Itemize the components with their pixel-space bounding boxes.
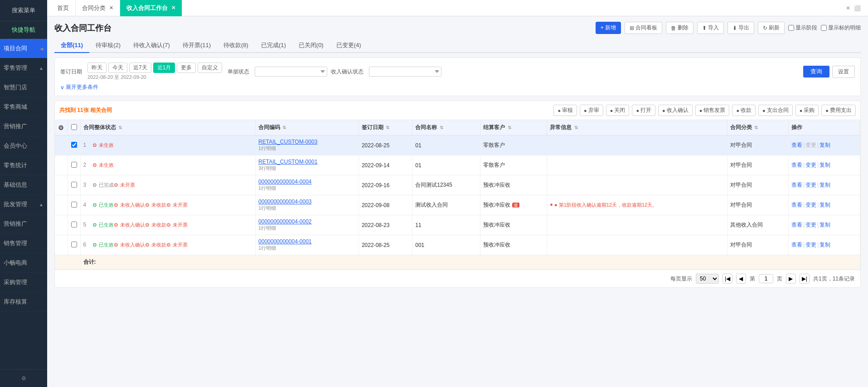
date-shortcut-btn[interactable]: 近1月 — [153, 63, 175, 73]
sidebar-item-retail-mall[interactable]: 零售商城 — [0, 97, 47, 117]
tab-home[interactable]: 首页 — [51, 0, 76, 16]
sidebar-item-sales-mgmt[interactable]: 销售管理 — [0, 234, 47, 253]
delete-btn[interactable]: 🗑 删除 — [666, 22, 693, 34]
sidebar-item-marketing2[interactable]: 营销推广 — [0, 214, 47, 234]
status-tab[interactable]: 已变更(4) — [330, 39, 368, 53]
op-复制[interactable]: 复制 — [820, 182, 830, 188]
op-查看[interactable]: 查看 — [791, 202, 802, 208]
op-查看[interactable]: 查看 — [791, 242, 802, 248]
table-action-btn[interactable]: ● 收入确认 — [658, 105, 693, 116]
date-shortcut-btn[interactable]: 自定义 — [198, 63, 222, 73]
status-tab[interactable]: 已完成(1) — [255, 39, 292, 53]
row-error — [547, 135, 727, 155]
status-tab[interactable]: 全部(11) — [54, 39, 89, 53]
sidebar-item-smart-store[interactable]: 智慧门店 — [0, 78, 47, 97]
table-action-btn[interactable]: ● 收款 — [732, 105, 756, 116]
sidebar-item-project-contract[interactable]: 项目合同 ◀ — [0, 39, 47, 58]
op-变更[interactable]: 变更 — [805, 242, 816, 248]
expand-filter-btn[interactable]: ∨ 展开更多条件 — [60, 83, 98, 91]
table-action-btn[interactable]: ● 关闭 — [606, 105, 630, 116]
status-tab[interactable]: 已关闭(0) — [292, 39, 330, 53]
op-复制[interactable]: 复制 — [820, 242, 830, 248]
refresh-btn[interactable]: ↻ 刷新 — [758, 22, 785, 34]
contract-code-link[interactable]: 0000000000004-0001 — [258, 238, 356, 245]
doc-status-select[interactable] — [255, 67, 327, 77]
sidebar-item-purchase-mgmt[interactable]: 采购管理 — [0, 273, 47, 292]
next-page-btn[interactable]: ▶ — [786, 274, 796, 284]
show-stage-checkbox[interactable]: 显示阶段 — [788, 24, 817, 32]
status-tab[interactable]: 待收款(8) — [217, 39, 255, 53]
date-shortcut-btn[interactable]: 更多 — [177, 63, 196, 73]
contract-code-link[interactable]: 0000000000004-0002 — [258, 218, 356, 225]
first-page-btn[interactable]: |◀ — [723, 274, 732, 284]
restore-window-btn[interactable]: ⬜ — [854, 5, 861, 11]
op-复制[interactable]: 复制 — [820, 142, 830, 148]
op-查看[interactable]: 查看 — [791, 142, 802, 148]
tab-close-contract-category[interactable]: ✕ — [109, 5, 113, 11]
close-all-tabs-btn[interactable]: ✕ — [846, 5, 850, 11]
date-shortcut-btn[interactable]: 昨天 — [87, 63, 107, 73]
tab-contract-category[interactable]: 合同分类 ✕ — [76, 0, 120, 16]
table-action-btn[interactable]: ● 审核 — [553, 105, 577, 116]
sidebar-item-wholesale-mgmt[interactable]: 批发管理 ▲ — [0, 195, 47, 214]
income-confirm-select[interactable] — [369, 67, 441, 77]
contract-code-link[interactable]: 0000000000004-0004 — [258, 179, 356, 185]
tab-income-contract[interactable]: 收入合同工作台 ✕ — [120, 0, 182, 16]
settings-btn[interactable]: 设置 — [832, 66, 855, 78]
sidebar-item-member-center[interactable]: 会员中心 — [0, 136, 47, 156]
sidebar-search[interactable]: 搜索菜单 — [0, 0, 47, 21]
table-action-btn[interactable]: ● 销售发票 — [695, 105, 730, 116]
status-tab[interactable]: 待收入确认(7) — [127, 39, 176, 53]
date-shortcut-btn[interactable]: 今天 — [108, 63, 127, 73]
op-变更[interactable]: 变更 — [805, 202, 816, 208]
sidebar-item-basic-info[interactable]: 基础信息 — [0, 175, 47, 195]
op-查看[interactable]: 查看 — [791, 162, 802, 168]
op-变更[interactable]: 变更 — [805, 162, 816, 168]
op-查看[interactable]: 查看 — [791, 222, 802, 228]
contract-code-link[interactable]: RETAIL_CUSTOM-0003 — [258, 139, 356, 145]
row-checkbox[interactable] — [71, 162, 77, 168]
op-复制[interactable]: 复制 — [820, 222, 830, 228]
import-btn[interactable]: ⬆ 导入 — [697, 22, 724, 34]
contract-board-btn[interactable]: ⊞ 合同看板 — [625, 22, 662, 34]
export-btn[interactable]: ⬇ 导出 — [727, 22, 754, 34]
table-action-btn[interactable]: ● 采购 — [795, 105, 819, 116]
op-复制[interactable]: 复制 — [820, 202, 830, 208]
page-size-select[interactable]: 10 20 50 100 — [696, 274, 719, 284]
row-checkbox[interactable] — [71, 222, 77, 227]
row-checkbox[interactable] — [71, 202, 77, 208]
sidebar-item-inventory[interactable]: 库存核算 — [0, 292, 47, 312]
op-变更[interactable]: 变更 — [805, 222, 816, 228]
tab-close-income-contract[interactable]: ✕ — [171, 5, 175, 11]
last-page-btn[interactable]: ▶| — [800, 274, 810, 284]
sidebar-item-retail-mgmt[interactable]: 零售管理 ▲ — [0, 58, 47, 78]
settings-icon[interactable]: ⚙ — [0, 369, 47, 387]
date-shortcut-btn[interactable]: 近7天 — [129, 63, 151, 73]
col-settings[interactable]: ⚙ — [55, 120, 68, 135]
contract-code-link[interactable]: RETAIL_CUSTOM-0001 — [258, 159, 356, 165]
table-action-btn[interactable]: ● 弃审 — [580, 105, 603, 116]
status-tab[interactable]: 待审核(2) — [89, 39, 127, 53]
row-checkbox[interactable] — [71, 142, 77, 148]
sidebar-item-retail-stats[interactable]: 零售统计 — [0, 156, 47, 175]
page-input[interactable] — [759, 274, 773, 283]
prev-page-btn[interactable]: ◀ — [736, 274, 746, 284]
op-复制[interactable]: 复制 — [820, 162, 830, 168]
op-查看[interactable]: 查看 — [791, 182, 802, 188]
show-detail-checkbox[interactable]: 显示标的明细 — [821, 24, 861, 32]
sidebar-item-ecommerce[interactable]: 小畅电商 — [0, 253, 47, 273]
table-action-btn[interactable]: ● 打开 — [632, 105, 655, 116]
row-checkbox[interactable] — [71, 182, 77, 188]
sidebar-item-marketing[interactable]: 营销推广 — [0, 117, 47, 136]
select-all-checkbox[interactable] — [71, 124, 77, 130]
query-btn[interactable]: 查询 — [803, 66, 829, 77]
contract-code-link[interactable]: 0000000000004-0003 — [258, 198, 356, 205]
table-action-btn[interactable]: ● 费用支出 — [821, 105, 856, 116]
table-action-btn[interactable]: ● 支出合同 — [758, 105, 793, 116]
status-tab[interactable]: 待开票(11) — [176, 39, 217, 53]
row-checkbox[interactable] — [71, 242, 77, 247]
column-settings-icon[interactable]: ⚙ — [58, 124, 64, 131]
new-btn[interactable]: + 新增 — [596, 22, 621, 34]
sidebar-nav[interactable]: 快捷导航 — [0, 21, 47, 39]
op-变更[interactable]: 变更 — [805, 182, 816, 188]
